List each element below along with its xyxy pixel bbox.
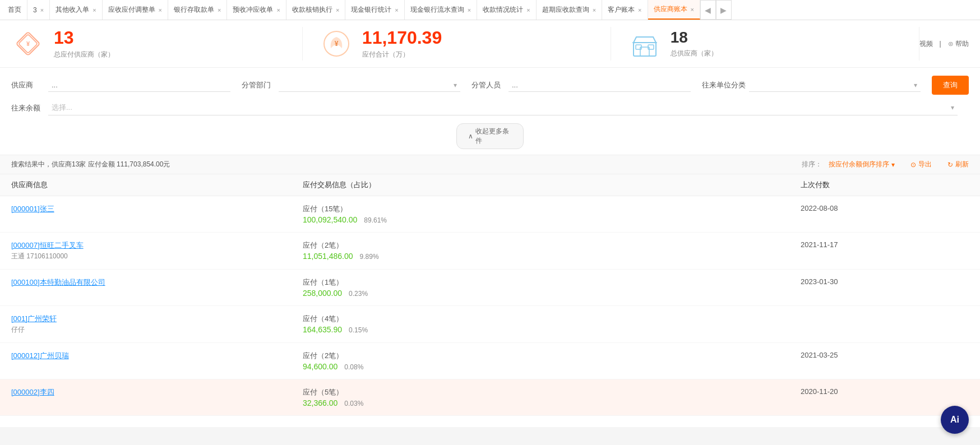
tx-label-2: 应付（2笔） <box>303 240 801 251</box>
stats-row: ¥ 13 总应付供应商（家） ¥ 11,170.39 应付合计（万） <box>0 20 980 68</box>
collapse-button[interactable]: ∧ 收起更多条件 <box>456 123 524 149</box>
close-tab-supplier[interactable]: × <box>691 6 694 13</box>
table-row: [000012]广州贝瑞 应付（2笔） 94,600.00 0.08% 2021… <box>0 343 980 379</box>
filter-area: 供应商 分管部门 ▾ 分管人员 往来单位分类 ▾ 查询 <box>0 68 980 155</box>
nav-tab-receipt-exec[interactable]: 收款核销执行 × <box>286 0 345 20</box>
tx-amount-3: 258,000.00 <box>303 289 342 298</box>
nav-tab-cash-query[interactable]: 现金银行流水查询 × <box>405 0 477 20</box>
refresh-button[interactable]: ↻ 刷新 <box>947 160 969 169</box>
query-button[interactable]: 查询 <box>932 76 969 95</box>
nav-tab-ar-ap[interactable]: 应收应付调整单 × <box>103 0 168 20</box>
stat-number-all: 18 <box>671 29 718 47</box>
tx-pct-6: 0.03% <box>344 400 363 407</box>
close-tab-receipt-exec[interactable]: × <box>336 7 339 13</box>
person-filter-input[interactable] <box>509 78 691 92</box>
transaction-info-2: 应付（2笔） 11,051,486.00 9.89% <box>303 240 801 261</box>
results-bar: 搜索结果中，供应商13家 应付金额 111,703,854.00元 排序： 按应… <box>0 155 980 174</box>
dept-filter-select[interactable]: ▾ <box>279 79 461 92</box>
last-payment-1: 2022-08-08 <box>801 204 969 212</box>
supplier-link-2[interactable]: [000007]恒旺二手叉车 <box>11 241 84 249</box>
export-button[interactable]: ⊙ 导出 <box>910 160 932 169</box>
nav-tab-3[interactable]: 3 × <box>27 0 50 20</box>
leaf-icon: ¥ <box>320 27 353 61</box>
col-header-supplier: 供应商信息 <box>11 180 303 190</box>
tx-label-4: 应付（4笔） <box>303 314 801 324</box>
nav-tab-supplier[interactable]: 供应商账本 × <box>648 0 700 20</box>
transaction-info-6: 应付（5笔） 32,366.00 0.03% <box>303 387 801 407</box>
nav-prev-arrow[interactable]: ◀ <box>700 0 716 20</box>
nav-tab-receipt-stat[interactable]: 收款情况统计 × <box>477 0 536 20</box>
stat-label-payable: 总应付供应商（家） <box>54 50 114 59</box>
stat-number-total: 11,170.39 <box>362 28 442 48</box>
stat-card-payable-suppliers: ¥ 13 总应付供应商（家） <box>11 27 303 61</box>
transaction-info-5: 应付（2笔） 94,600.00 0.08% <box>303 351 801 371</box>
stat-label-all: 总供应商（家） <box>671 49 718 58</box>
nav-tab-cash-stat[interactable]: 现金银行统计 × <box>345 0 404 20</box>
tx-amount-4: 164,635.90 <box>303 325 342 334</box>
balance-filter-label: 往来余额 <box>11 103 45 113</box>
transaction-info-3: 应付（1笔） 258,000.00 0.23% <box>303 277 801 298</box>
supplier-info-5: [000012]广州贝瑞 <box>11 351 303 361</box>
supplier-filter-label: 供应商 <box>11 80 45 90</box>
col-header-transaction: 应付交易信息（占比） <box>303 180 801 190</box>
table-row: [000002]李四 应付（5笔） 32,366.00 0.03% 2020-1… <box>0 379 980 416</box>
tx-pct-1: 89.61% <box>364 216 387 224</box>
table-row: [001]广州荣轩 仔仔 应付（4笔） 164,635.90 0.15% <box>0 306 980 343</box>
supplier-link-4[interactable]: [001]广州荣轩 <box>11 314 57 323</box>
supplier-info-3: [000100]本特勤油品有限公司 <box>11 277 303 288</box>
table-row: [000007]恒旺二手叉车 王通 17106110000 应付（2笔） 11,… <box>0 233 980 270</box>
nav-tab-customer[interactable]: 客户账本 × <box>602 0 648 20</box>
nav-tab-prepay[interactable]: 预收冲应收单 × <box>227 0 286 20</box>
supplier-info-6: [000002]李四 <box>11 387 303 397</box>
refresh-icon: ↻ <box>947 161 953 169</box>
tx-pct-3: 0.23% <box>349 290 368 298</box>
nav-next-arrow[interactable]: ▶ <box>716 0 732 20</box>
table-header: 供应商信息 应付交易信息（占比） 上次付数 <box>0 174 980 196</box>
category-filter-select[interactable]: ▾ <box>749 79 921 92</box>
close-tab-ar-ap[interactable]: × <box>159 7 162 13</box>
sort-chevron-icon: ▾ <box>891 161 895 169</box>
table-container: 供应商信息 应付交易信息（占比） 上次付数 [000001]张三 应付（15笔）… <box>0 174 980 427</box>
stat-label-total: 应付合计（万） <box>362 50 442 59</box>
supplier-link-5[interactable]: [000012]广州贝瑞 <box>11 351 69 360</box>
close-tab-prepay[interactable]: × <box>276 7 280 13</box>
close-tab-other-income[interactable]: × <box>93 7 96 13</box>
close-tab-bank[interactable]: × <box>218 7 221 13</box>
nav-tab-bank[interactable]: 银行存取款单 × <box>168 0 227 20</box>
close-tab-cash-stat[interactable]: × <box>395 7 398 13</box>
balance-filter-select[interactable]: 选择... ▾ <box>48 100 958 115</box>
close-tab-cash-query[interactable]: × <box>468 7 471 13</box>
close-tab-overdue[interactable]: × <box>593 7 596 13</box>
nav-bar: 首页 3 × 其他收入单 × 应收应付调整单 × 银行存取款单 × 预收冲应收单… <box>0 0 980 20</box>
tx-amount-row-2: 11,051,486.00 9.89% <box>303 251 801 261</box>
filter-supplier: 供应商 <box>11 78 230 92</box>
tx-amount-1: 100,092,540.00 <box>303 215 357 224</box>
balance-chevron-icon: ▾ <box>951 104 954 112</box>
sort-label: 排序： <box>802 160 822 169</box>
supplier-filter-input[interactable] <box>48 78 230 92</box>
dept-filter-label: 分管部门 <box>242 80 275 90</box>
stat-info-payable: 13 总应付供应商（家） <box>54 28 114 59</box>
supplier-sub-4: 仔仔 <box>11 325 303 335</box>
sort-select[interactable]: 按应付余额倒序排序 ▾ <box>829 160 895 169</box>
close-tab-customer[interactable]: × <box>638 7 641 13</box>
nav-tab-home[interactable]: 首页 <box>2 0 27 20</box>
supplier-link-6[interactable]: [000002]李四 <box>11 388 54 396</box>
person-filter-label: 分管人员 <box>471 80 505 90</box>
video-link[interactable]: 视频 <box>919 39 933 49</box>
close-tab-receipt-stat[interactable]: × <box>526 7 530 13</box>
tx-amount-row-1: 100,092,540.00 89.61% <box>303 214 801 224</box>
stat-info-total: 11,170.39 应付合计（万） <box>362 28 442 59</box>
help-link[interactable]: ⊙ 帮助 <box>948 39 969 49</box>
tx-amount-row-4: 164,635.90 0.15% <box>303 324 801 334</box>
nav-tab-other-income[interactable]: 其他收入单 × <box>50 0 102 20</box>
supplier-link-1[interactable]: [000001]张三 <box>11 205 54 213</box>
tx-pct-4: 0.15% <box>349 326 368 334</box>
tx-label-3: 应付（1笔） <box>303 277 801 288</box>
close-tab-3[interactable]: × <box>40 7 44 13</box>
table-row: [000100]本特勤油品有限公司 应付（1笔） 258,000.00 0.23… <box>0 270 980 306</box>
results-summary: 搜索结果中，供应商13家 应付金额 111,703,854.00元 <box>11 160 170 169</box>
nav-tab-overdue[interactable]: 超期应收款查询 × <box>537 0 602 20</box>
supplier-link-3[interactable]: [000100]本特勤油品有限公司 <box>11 278 105 286</box>
filter-category: 往来单位分类 ▾ <box>702 79 921 92</box>
